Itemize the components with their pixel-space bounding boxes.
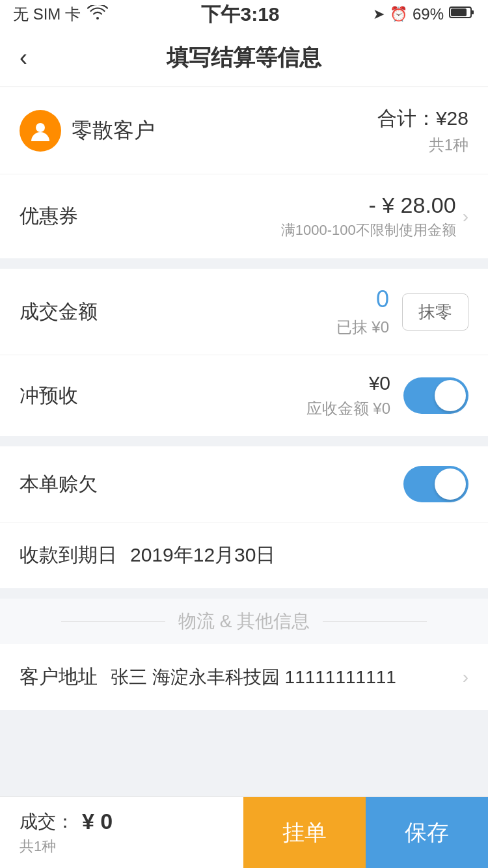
prepay-toggle[interactable]: [403, 377, 468, 414]
save-button[interactable]: 保存: [366, 797, 488, 869]
prepay-amount: ¥0: [306, 372, 390, 394]
debt-toggle-circle: [435, 468, 466, 500]
logistics-label: 物流 & 其他信息: [178, 609, 310, 634]
due-date-row: 收款到期日 2019年12月30日: [0, 522, 488, 588]
divider-line-right: [323, 621, 427, 622]
wifi-icon: [87, 5, 108, 23]
svg-rect-1: [471, 10, 474, 14]
page-title: 填写结算等信息: [167, 43, 321, 73]
debt-label: 本单赊欠: [20, 471, 98, 498]
bottom-deal-amount: ¥ 0: [82, 809, 113, 834]
status-left: 无 SIM 卡: [13, 4, 108, 25]
customer-info: 零散客户: [20, 110, 155, 152]
bottom-count: 共1种: [20, 837, 224, 856]
toggle-circle: [435, 380, 466, 411]
battery-icon: [449, 5, 475, 23]
logistics-section-header: 物流 & 其他信息: [0, 599, 488, 644]
coupon-info: - ¥ 28.00 满1000-100不限制使用金额: [281, 193, 456, 240]
address-chevron-icon: ›: [463, 667, 468, 688]
bottom-info: 成交： ¥ 0 共1种: [0, 809, 243, 856]
due-date-label: 收款到期日: [20, 542, 117, 569]
customer-row: 零散客户 合计：¥28 共1种: [0, 87, 488, 174]
bottom-deal-row: 成交： ¥ 0: [20, 809, 224, 834]
back-button[interactable]: ‹: [20, 44, 27, 72]
no-sim-label: 无 SIM 卡: [13, 4, 81, 25]
round-off-button[interactable]: 抹零: [402, 293, 468, 331]
prepay-amount-col: ¥0 应收金额 ¥0: [306, 372, 390, 419]
svg-point-3: [36, 123, 45, 132]
hold-button[interactable]: 挂单: [243, 797, 366, 869]
coupon-discount: - ¥ 28.00: [281, 193, 456, 218]
total-count: 共1种: [377, 135, 468, 156]
coupon-right: - ¥ 28.00 满1000-100不限制使用金额 ›: [281, 193, 468, 240]
address-row[interactable]: 客户地址 张三 海淀永丰科技园 11111111111 ›: [0, 644, 488, 710]
customer-section: 零散客户 合计：¥28 共1种 优惠券 - ¥ 28.00 满1000-100不…: [0, 87, 488, 258]
divider-line-left: [61, 621, 165, 622]
prepay-row: 冲预收 ¥0 应收金额 ¥0: [0, 355, 488, 436]
svg-rect-2: [451, 8, 467, 16]
status-bar: 无 SIM 卡 下午3:18 ➤ ⏰ 69%: [0, 0, 488, 29]
transaction-amount-label: 成交金额: [20, 299, 98, 325]
nav-bar: ‹ 填写结算等信息: [0, 29, 488, 87]
battery-percent: 69%: [413, 5, 444, 23]
coupon-description: 满1000-100不限制使用金额: [281, 221, 456, 240]
customer-total: 合计：¥28 共1种: [377, 105, 468, 156]
logistics-divider-inner: 物流 & 其他信息: [61, 609, 427, 634]
prepay-label: 冲预收: [20, 383, 78, 409]
coupon-row[interactable]: 优惠券 - ¥ 28.00 满1000-100不限制使用金额 ›: [0, 174, 488, 258]
total-amount: 合计：¥28: [377, 105, 468, 132]
transaction-amount-col: 0 已抹 ¥0: [336, 286, 389, 338]
status-time: 下午3:18: [201, 1, 279, 28]
transaction-amount-right: 0 已抹 ¥0 抹零: [336, 286, 468, 338]
avatar: [20, 110, 61, 152]
alarm-icon: ⏰: [390, 6, 407, 23]
debt-row: 本单赊欠: [0, 446, 488, 522]
status-right: ➤ ⏰ 69%: [373, 5, 475, 23]
transaction-amount-row: 成交金额 0 已抹 ¥0 抹零: [0, 269, 488, 355]
coupon-label: 优惠券: [20, 203, 78, 230]
address-label: 客户地址: [20, 664, 98, 690]
address-value: 张三 海淀永丰科技园 11111111111: [111, 665, 463, 690]
prepay-right: ¥0 应收金额 ¥0: [306, 372, 468, 419]
due-date-value: 2019年12月30日: [130, 542, 275, 569]
receivable-amount: 应收金额 ¥0: [306, 398, 390, 419]
customer-name: 零散客户: [72, 116, 155, 145]
round-off-info: 已抹 ¥0: [336, 317, 389, 338]
debt-toggle[interactable]: [403, 466, 468, 502]
bottom-deal-label: 成交：: [20, 809, 74, 834]
bottom-bar: 成交： ¥ 0 共1种 挂单 保存: [0, 796, 488, 868]
debt-section: 本单赊欠 收款到期日 2019年12月30日: [0, 446, 488, 588]
location-icon: ➤: [373, 6, 385, 23]
chevron-right-icon: ›: [463, 206, 468, 227]
transaction-amount-value[interactable]: 0: [376, 286, 389, 312]
transaction-section: 成交金额 0 已抹 ¥0 抹零 冲预收 ¥0 应收金额 ¥0: [0, 269, 488, 436]
address-section: 客户地址 张三 海淀永丰科技园 11111111111 ›: [0, 644, 488, 710]
